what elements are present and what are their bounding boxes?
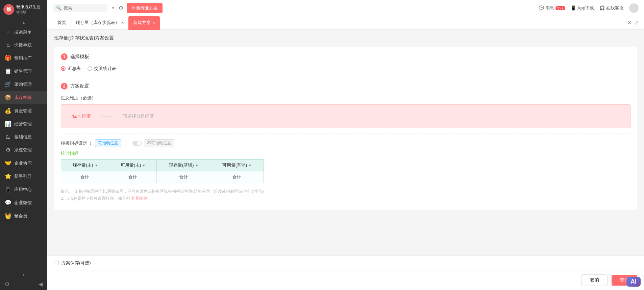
wechat-icon: 💬 <box>5 199 11 206</box>
col-header-3[interactable]: 可用量(基辅) ▾ <box>210 160 264 171</box>
sidebar-scroll-down[interactable]: ▼ <box>0 271 47 278</box>
non-draggable-indicator: 不可拖动位置 <box>132 139 174 147</box>
search-box[interactable]: 🔍 <box>53 4 107 12</box>
step2-header: 2 方案配置 <box>61 83 630 90</box>
col-header-1[interactable]: 可用量(主) ▾ <box>109 160 157 171</box>
dimension-label: 汇总维度（必选） <box>61 95 630 101</box>
sidebar-scroll-up[interactable]: ▲ <box>0 19 47 26</box>
ai-badge[interactable]: Ai <box>626 277 641 287</box>
message-badge: 99+ <box>555 6 565 10</box>
content-area: 现存量(库存状况表)方案设置 1 选择模板 汇总表 交叉统计表 2 <box>47 30 644 256</box>
radio-summary[interactable]: 汇总表 <box>61 66 81 72</box>
sidebar-item-app-center[interactable]: 📱 应用中心 <box>0 183 47 196</box>
radio-summary-label: 汇总表 <box>68 66 81 72</box>
chevron-down-icon-1[interactable]: ▾ <box>143 163 145 168</box>
tab-close-icon[interactable]: ✕ <box>627 20 631 26</box>
draggable-tag: 可拖动位置 <box>95 139 121 147</box>
tabbar: 首页 现存量（库存状况表） × 新建方案 × ✕ ⤢ <box>47 16 644 30</box>
message-icon: 💬 <box>539 5 544 10</box>
sidebar: 畅 畅康通好生意 标准版 ▲ ≡ 搜索菜单 ⌂ 快捷导航 🎁 营销推广 📋 销售… <box>0 0 47 290</box>
gear-icon[interactable]: ⚙ <box>119 5 123 11</box>
online-service-btn[interactable]: 🎧 在线客服 <box>599 5 624 11</box>
col-header-0[interactable]: 现存量(主) ▾ <box>61 160 109 171</box>
tab-new-plan-close[interactable]: × <box>153 21 155 25</box>
stat-table: 现存量(主) ▾ 可用量(主) ▾ <box>61 159 264 183</box>
search-input[interactable] <box>64 5 104 10</box>
dropdown-icon[interactable]: ▼ <box>111 5 115 10</box>
step2-title: 方案配置 <box>70 83 89 89</box>
cancel-button[interactable]: 取消 <box>581 274 608 286</box>
chevron-down-icon-3[interactable]: ▾ <box>249 163 251 168</box>
chevron-down-icon-2[interactable]: ▾ <box>196 163 198 168</box>
system-icon: ⚙ <box>5 147 11 153</box>
radio-cross-circle[interactable] <box>88 66 92 71</box>
tips-section: 提示： 1.拖动标题栏可以调整布局，不可跨维度或指标区域拖动栏目字段(只能在同一… <box>61 189 630 201</box>
sidebar-item-inventory[interactable]: 📦 库存核算 <box>0 91 47 104</box>
finance-icon: 💰 <box>5 107 11 114</box>
stat-title: 统计指标 <box>61 150 630 156</box>
dimension-placeholder: 请选择分组维度 <box>123 113 154 119</box>
sidebar-item-system[interactable]: ⚙ 系统管理 <box>0 143 47 156</box>
main-area: 🔍 ▼ ⚙ 体验行业方案 💬 消息 99+ 📱 App下载 🎧 在线客服 <box>47 0 644 290</box>
sidebar-item-finance[interactable]: 💰 资金管理 <box>0 104 47 117</box>
chevron-down-icon-0[interactable]: ▾ <box>95 163 97 168</box>
marketing-icon: 🎁 <box>5 55 11 61</box>
dimension-box: *纵向维度 —— 请选择分组维度 <box>61 104 630 128</box>
sidebar-bottom: ⚙ ◀ <box>0 278 47 290</box>
sidebar-item-sales[interactable]: 📋 销售管理 <box>0 65 47 78</box>
member-icon: 👑 <box>5 213 11 219</box>
save-checkbox[interactable] <box>54 261 59 265</box>
sidebar-item-quick-nav[interactable]: ⌂ 快捷导航 <box>0 39 47 51</box>
settings-icon[interactable]: ⚙ <box>5 281 9 287</box>
sidebar-item-member[interactable]: 👑 畅会员 <box>0 209 47 222</box>
sidebar-item-search-menu[interactable]: ≡ 搜索菜单 <box>0 26 47 39</box>
sidebar-item-enterprise[interactable]: 🤝 企业协同 <box>0 156 47 170</box>
step1-title: 选择模板 <box>70 54 89 60</box>
logo-icon: 畅 <box>3 4 14 15</box>
purchase-icon: 🛒 <box>5 81 11 88</box>
tab-inventory-status[interactable]: 现存量（库存状况表） × <box>71 16 128 30</box>
tab-new-plan[interactable]: 新建方案 × <box>128 16 159 30</box>
page-title: 现存量(库存状况表)方案设置 <box>54 35 637 41</box>
sound-icon[interactable]: ◀ <box>39 281 43 287</box>
template-options: 汇总表 交叉统计表 <box>61 66 630 72</box>
col-header-2[interactable]: 现存量(基辅) ▾ <box>157 160 210 171</box>
sidebar-menu: ≡ 搜索菜单 ⌂ 快捷导航 🎁 营销推广 📋 销售管理 🛒 采购管理 📦 库存核… <box>0 26 47 271</box>
search-menu-icon: ≡ <box>5 29 11 35</box>
inventory-icon: 📦 <box>5 94 11 101</box>
trial-btn[interactable]: 体验行业方案 <box>127 3 163 13</box>
sidebar-logo: 畅 畅康通好生意 标准版 <box>0 0 47 19</box>
radio-cross[interactable]: 交叉统计表 <box>88 66 116 72</box>
sidebar-item-wechat[interactable]: 💬 企业微信 <box>0 196 47 209</box>
stat-section: 统计指标 现存量(主) ▾ <box>61 150 630 183</box>
cell-0-1: 合计 <box>109 171 157 183</box>
tab-expand-icon[interactable]: ⤢ <box>634 20 639 26</box>
step1-badge: 1 <box>61 53 68 60</box>
sidebar-item-purchase[interactable]: 🛒 采购管理 <box>0 78 47 91</box>
tab-home[interactable]: 首页 <box>53 16 71 30</box>
sidebar-item-operations[interactable]: 📊 经营管理 <box>0 117 47 130</box>
cell-0-3: 合计 <box>210 171 264 183</box>
non-draggable-tag: 不可拖动位置 <box>144 139 174 147</box>
save-checkbox-label: 方案保存(可选) <box>61 260 91 266</box>
sidebar-item-new-guide[interactable]: ⭐ 新手引导 <box>0 170 47 183</box>
step1-header: 1 选择模板 <box>61 53 630 60</box>
search-icon: 🔍 <box>56 5 61 10</box>
radio-summary-circle[interactable] <box>61 66 66 71</box>
app-download-btn[interactable]: 📱 App下载 <box>571 5 594 11</box>
sidebar-item-marketing[interactable]: 🎁 营销推广 <box>0 51 47 65</box>
footer: 取消 查询 <box>47 270 644 290</box>
user-avatar[interactable] <box>629 3 639 13</box>
messages-btn[interactable]: 💬 消息 99+ <box>539 5 565 11</box>
logo-line1: 畅康通好生意 <box>16 4 41 10</box>
sidebar-item-basic[interactable]: 🗂 基础信息 <box>0 130 47 143</box>
indicator-settings: 模板指标设定（ 可拖动位置 ） 不可拖动位置 统计指标 <box>61 139 630 201</box>
dimension-required: *纵向维度 <box>71 113 91 119</box>
indicator-label: 模板指标设定（ 可拖动位置 ） 不可拖动位置 <box>61 139 630 147</box>
tip1: 提示： 1.拖动标题栏可以调整布局，不可跨维度或指标区域拖动栏目字段(只能在同一… <box>61 189 630 194</box>
save-checkbox-section: 方案保存(可选) <box>47 256 644 270</box>
app-center-icon: 📱 <box>5 186 11 193</box>
new-guide-icon: ⭐ <box>5 173 11 179</box>
tab-inventory-close[interactable]: × <box>122 21 124 25</box>
operations-icon: 📊 <box>5 121 11 127</box>
